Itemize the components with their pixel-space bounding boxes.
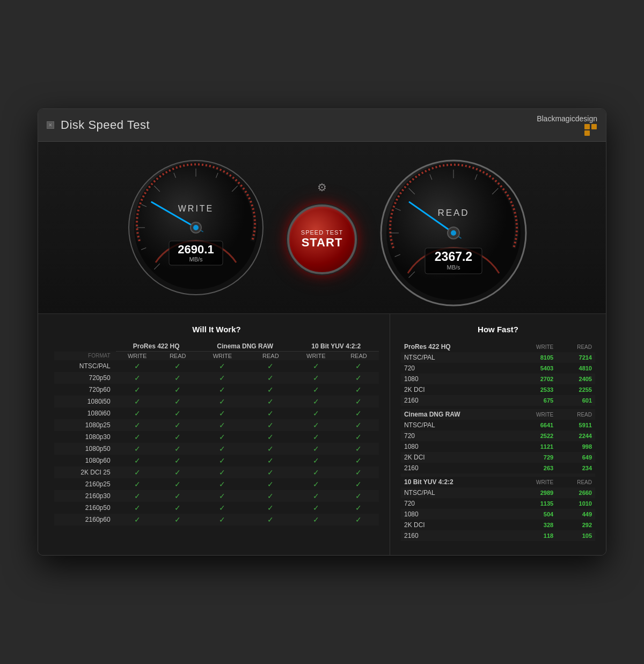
hf-row-label: 2K DCI bbox=[401, 520, 514, 530]
will-it-work-table: ProRes 422 HQ Cinema DNG RAW 10 Bit YUV … bbox=[54, 341, 379, 526]
hf-write-value: 2989 bbox=[514, 487, 557, 498]
hf-read-header: READ bbox=[557, 341, 595, 352]
hf-row-label: 2K DCI bbox=[401, 384, 514, 395]
hf-write-value: 2522 bbox=[514, 430, 557, 441]
check-mark: ✓ bbox=[116, 490, 159, 502]
brand-square-4 bbox=[591, 130, 597, 136]
hf-row-label: 1080 bbox=[401, 374, 514, 384]
app-window: ✕ Disk Speed Test Blackmagicdesign bbox=[38, 108, 606, 556]
check-mark: ✓ bbox=[294, 431, 339, 443]
svg-text:MB/s: MB/s bbox=[189, 256, 203, 262]
brand-square-1 bbox=[584, 124, 590, 129]
svg-text:MB/s: MB/s bbox=[447, 264, 460, 271]
format-label: 720p50 bbox=[54, 372, 116, 384]
will-it-work-section: Will It Work? ProRes 422 HQ Cinema DNG R… bbox=[38, 314, 390, 555]
hf-section-header: Cinema DNG RAW WRITE READ bbox=[401, 409, 595, 420]
will-it-work-title: Will It Work? bbox=[54, 325, 379, 334]
list-item: 1080 1121 998 bbox=[401, 441, 595, 452]
check-mark: ✓ bbox=[248, 372, 294, 384]
start-button[interactable]: SPEED TEST START bbox=[287, 205, 357, 274]
close-button[interactable]: ✕ bbox=[47, 121, 54, 129]
check-mark: ✓ bbox=[116, 466, 159, 478]
check-mark: ✓ bbox=[197, 396, 248, 407]
brand-square-2 bbox=[591, 124, 597, 129]
svg-text:2367.2: 2367.2 bbox=[435, 250, 472, 264]
format-label: 2160p50 bbox=[54, 502, 116, 514]
center-controls: ⚙ SPEED TEST START bbox=[287, 181, 357, 274]
check-mark: ✓ bbox=[197, 514, 248, 526]
hf-read-value: 234 bbox=[557, 463, 595, 473]
list-item: 2K DCI 328 292 bbox=[401, 520, 595, 530]
check-mark: ✓ bbox=[248, 431, 294, 443]
hf-read-value: 2405 bbox=[557, 374, 595, 384]
check-mark: ✓ bbox=[339, 478, 379, 490]
check-mark: ✓ bbox=[294, 478, 339, 490]
check-mark: ✓ bbox=[248, 478, 294, 490]
svg-point-33 bbox=[451, 230, 456, 236]
start-button-label-top: SPEED TEST bbox=[301, 229, 343, 236]
brand-square-3 bbox=[584, 130, 590, 136]
check-mark: ✓ bbox=[159, 502, 197, 514]
check-mark: ✓ bbox=[116, 396, 159, 407]
check-mark: ✓ bbox=[339, 419, 379, 431]
hf-read-value: 2660 bbox=[557, 487, 595, 498]
check-mark: ✓ bbox=[339, 372, 379, 384]
svg-text:READ: READ bbox=[437, 208, 469, 218]
gear-icon[interactable]: ⚙ bbox=[317, 181, 327, 194]
check-mark: ✓ bbox=[159, 455, 197, 466]
hf-read-value: 1010 bbox=[557, 498, 595, 509]
check-mark: ✓ bbox=[159, 419, 197, 431]
hf-read-value: 649 bbox=[557, 452, 595, 463]
table-row: 720p60✓✓✓✓✓✓ bbox=[54, 384, 379, 396]
format-label: 1080i50 bbox=[54, 396, 116, 407]
hf-write-value: 1121 bbox=[514, 441, 557, 452]
hf-row-label: 720 bbox=[401, 498, 514, 509]
hf-write-value: 118 bbox=[514, 530, 557, 541]
list-item: 720 5403 4810 bbox=[401, 363, 595, 374]
check-mark: ✓ bbox=[116, 384, 159, 396]
list-item: 2K DCI 729 649 bbox=[401, 452, 595, 463]
format-label: 2160p25 bbox=[54, 478, 116, 490]
list-item: 2160 263 234 bbox=[401, 463, 595, 473]
check-mark: ✓ bbox=[159, 490, 197, 502]
list-item: 720 2522 2244 bbox=[401, 430, 595, 441]
check-mark: ✓ bbox=[197, 360, 248, 372]
check-mark: ✓ bbox=[248, 466, 294, 478]
hf-row-label: 1080 bbox=[401, 441, 514, 452]
table-row: 2160p25✓✓✓✓✓✓ bbox=[54, 478, 379, 490]
gauges-section: WRITE 2690.1 MB/s ⚙ SPEED TEST START bbox=[38, 142, 606, 314]
table-row: 1080i50✓✓✓✓✓✓ bbox=[54, 396, 379, 407]
hf-read-header: READ bbox=[557, 477, 595, 487]
check-mark: ✓ bbox=[294, 407, 339, 419]
check-mark: ✓ bbox=[116, 419, 159, 431]
hf-write-value: 263 bbox=[514, 463, 557, 473]
check-mark: ✓ bbox=[248, 443, 294, 455]
hf-write-value: 6641 bbox=[514, 420, 557, 430]
hf-write-value: 1135 bbox=[514, 498, 557, 509]
check-mark: ✓ bbox=[116, 372, 159, 384]
check-mark: ✓ bbox=[294, 455, 339, 466]
check-mark: ✓ bbox=[294, 419, 339, 431]
check-mark: ✓ bbox=[339, 490, 379, 502]
list-item: 2160 675 601 bbox=[401, 395, 595, 406]
format-label: 2160p60 bbox=[54, 514, 116, 526]
check-mark: ✓ bbox=[294, 490, 339, 502]
check-mark: ✓ bbox=[116, 514, 159, 526]
check-mark: ✓ bbox=[339, 514, 379, 526]
hf-row-label: 2K DCI bbox=[401, 452, 514, 463]
check-mark: ✓ bbox=[248, 360, 294, 372]
wiw-col-dng: Cinema DNG RAW bbox=[197, 341, 294, 352]
check-mark: ✓ bbox=[197, 490, 248, 502]
check-mark: ✓ bbox=[159, 396, 197, 407]
hf-read-value: 2244 bbox=[557, 430, 595, 441]
hf-read-value: 449 bbox=[557, 509, 595, 520]
brand-logo: Blackmagicdesign bbox=[537, 114, 597, 136]
check-mark: ✓ bbox=[116, 407, 159, 419]
hf-row-label: NTSC/PAL bbox=[401, 420, 514, 430]
check-mark: ✓ bbox=[248, 514, 294, 526]
hf-section-label: 10 Bit YUV 4:2:2 bbox=[401, 477, 514, 487]
hf-row-label: 1080 bbox=[401, 509, 514, 520]
check-mark: ✓ bbox=[248, 407, 294, 419]
hf-write-header: WRITE bbox=[514, 477, 557, 487]
check-mark: ✓ bbox=[159, 372, 197, 384]
